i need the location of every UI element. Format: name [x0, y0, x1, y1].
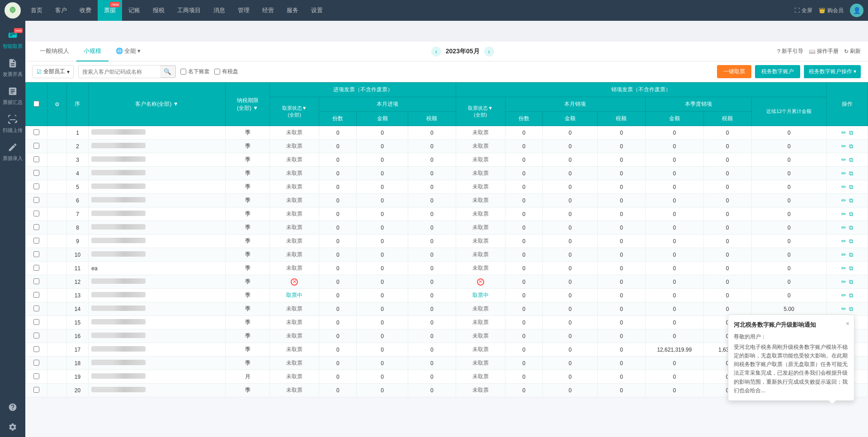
row-checkbox[interactable]	[33, 333, 39, 338]
edit-action-icon[interactable]: ✏	[841, 129, 846, 136]
edit-action-icon[interactable]: ✏	[841, 211, 846, 217]
td-checkbox[interactable]	[26, 302, 47, 316]
td-checkbox[interactable]	[26, 329, 47, 343]
prev-month-btn[interactable]: ‹	[431, 47, 441, 56]
row-checkbox[interactable]	[33, 224, 39, 230]
row-checkbox[interactable]	[33, 143, 39, 149]
refresh-link[interactable]: ↻ 刷新	[844, 47, 861, 55]
edit-action-icon[interactable]: ✏	[841, 278, 846, 285]
edit-action-icon[interactable]: ✏	[841, 143, 846, 150]
has-tax-disk-input[interactable]	[214, 69, 220, 75]
sidebar-item-scan[interactable]: 扫描上传	[0, 109, 25, 137]
row-checkbox[interactable]	[33, 183, 39, 189]
row-checkbox[interactable]	[33, 278, 39, 284]
nav-service[interactable]: 服务	[280, 0, 305, 21]
th-customer[interactable]: 客户名称(全部) ▼	[89, 83, 226, 126]
row-checkbox[interactable]	[33, 387, 39, 393]
copy-action-icon[interactable]: ⧉	[849, 278, 853, 286]
user-avatar[interactable]: 👤	[850, 4, 863, 17]
tab-small-scale[interactable]: 小规模	[76, 42, 108, 61]
nav-message[interactable]: 消息	[207, 0, 231, 21]
copy-action-icon[interactable]: ⧉	[849, 183, 853, 191]
td-checkbox[interactable]	[26, 275, 47, 289]
copy-action-icon[interactable]: ⧉	[849, 224, 853, 231]
edit-action-icon[interactable]: ✏	[841, 251, 846, 258]
notification-close-btn[interactable]: ×	[846, 319, 849, 329]
edit-action-icon[interactable]: ✏	[841, 265, 846, 272]
td-checkbox[interactable]	[26, 180, 47, 194]
edit-action-icon[interactable]: ✏	[841, 238, 846, 244]
copy-action-icon[interactable]: ⧉	[849, 292, 853, 299]
next-month-btn[interactable]: ›	[484, 47, 494, 56]
row-checkbox[interactable]	[33, 346, 39, 352]
digital-account-btn[interactable]: 税务数字账户	[755, 65, 800, 78]
copy-action-icon[interactable]: ⧉	[849, 251, 853, 258]
edit-action-icon[interactable]: ✏	[841, 292, 846, 299]
td-checkbox[interactable]	[26, 235, 47, 248]
row-checkbox[interactable]	[33, 265, 39, 271]
row-checkbox[interactable]	[33, 197, 39, 203]
td-checkbox[interactable]	[26, 262, 47, 275]
nav-operation[interactable]: 经营	[256, 0, 280, 21]
td-checkbox[interactable]	[26, 167, 47, 180]
edit-action-icon[interactable]: ✏	[841, 183, 846, 190]
td-checkbox[interactable]	[26, 370, 47, 384]
th-period[interactable]: 纳税期限(全部) ▼	[225, 83, 269, 126]
copy-action-icon[interactable]: ⧉	[849, 305, 853, 313]
employee-select[interactable]: ☑ 全部员工 ▾	[33, 65, 74, 78]
search-button[interactable]: 🔍	[160, 66, 175, 78]
nav-customer[interactable]: 客户	[49, 0, 73, 21]
copy-action-icon[interactable]: ⧉	[849, 156, 853, 164]
row-checkbox[interactable]	[33, 305, 39, 311]
copy-action-icon[interactable]: ⧉	[849, 211, 853, 218]
th-out-status[interactable]: 取票状态▼(全部)	[456, 97, 505, 126]
row-checkbox[interactable]	[33, 360, 39, 366]
copy-action-icon[interactable]: ⧉	[849, 170, 853, 177]
td-checkbox[interactable]	[26, 316, 47, 329]
copy-action-icon[interactable]: ⧉	[849, 143, 853, 150]
row-checkbox[interactable]	[33, 251, 39, 257]
nav-tax[interactable]: 报税	[146, 0, 171, 21]
nav-home[interactable]: 首页	[24, 0, 49, 21]
guide-link[interactable]: ? 新手引导	[777, 47, 803, 55]
edit-action-icon[interactable]: ✏	[841, 305, 846, 312]
sidebar-item-entry[interactable]: 票据录入	[0, 137, 25, 165]
nav-business[interactable]: 工商项目	[171, 0, 207, 21]
sidebar-item-smart-ticket[interactable]: new 智能取票	[0, 25, 25, 53]
copy-action-icon[interactable]: ⧉	[849, 238, 853, 245]
td-checkbox[interactable]	[26, 221, 47, 235]
edit-action-icon[interactable]: ✏	[841, 224, 846, 231]
digital-account-dropdown-btn[interactable]: 税务数字账户操作 ▾	[804, 65, 861, 78]
sidebar-item-open-invoice[interactable]: 发票开具	[0, 53, 25, 81]
td-checkbox[interactable]	[26, 140, 47, 153]
row-checkbox[interactable]	[33, 319, 39, 325]
td-checkbox[interactable]	[26, 207, 47, 221]
row-checkbox[interactable]	[33, 170, 39, 176]
nav-settings[interactable]: 设置	[305, 0, 329, 21]
named-accounts-checkbox[interactable]: 名下账套	[180, 68, 210, 75]
has-tax-disk-checkbox[interactable]: 有税盘	[214, 68, 238, 75]
copy-action-icon[interactable]: ⧉	[849, 197, 853, 204]
select-all-checkbox[interactable]	[33, 101, 39, 107]
td-checkbox[interactable]	[26, 126, 47, 140]
td-checkbox[interactable]	[26, 343, 47, 357]
row-checkbox[interactable]	[33, 373, 39, 379]
td-checkbox[interactable]	[26, 289, 47, 302]
td-checkbox[interactable]	[26, 153, 47, 167]
row-checkbox[interactable]	[33, 156, 39, 162]
manual-link[interactable]: 📖 操作手册	[809, 47, 839, 55]
edit-action-icon[interactable]: ✏	[841, 170, 846, 177]
td-checkbox[interactable]	[26, 357, 47, 370]
sidebar-item-help[interactable]	[0, 397, 25, 417]
sidebar-item-summary[interactable]: 票据汇总	[0, 81, 25, 109]
td-checkbox[interactable]	[26, 384, 47, 397]
td-checkbox[interactable]	[26, 248, 47, 262]
tab-general-taxpayer[interactable]: 一般纳税人	[33, 42, 76, 61]
nav-manage[interactable]: 管理	[231, 0, 256, 21]
search-input[interactable]	[79, 66, 160, 77]
sidebar-item-settings[interactable]	[0, 417, 25, 437]
row-checkbox[interactable]	[33, 211, 39, 216]
one-click-ticket-btn[interactable]: 一键取票	[717, 65, 751, 78]
row-checkbox[interactable]	[33, 129, 39, 135]
nav-fee[interactable]: 收费	[73, 0, 98, 21]
